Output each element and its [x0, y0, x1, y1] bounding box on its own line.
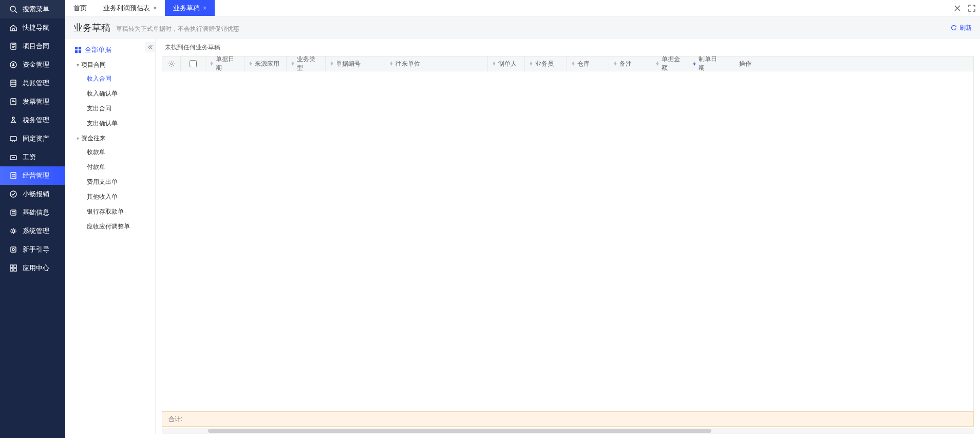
refresh-label: 刷新: [959, 24, 972, 32]
sort-icon: ▲▼: [613, 62, 617, 66]
tab-close-icon[interactable]: ×: [203, 5, 206, 12]
svg-rect-6: [10, 137, 16, 141]
secondary-nav-title[interactable]: 全部单据: [69, 42, 155, 58]
sidebar-item-search[interactable]: 搜索菜单: [0, 0, 65, 18]
sidebar-item-money[interactable]: 资金管理: [0, 55, 65, 74]
col-header-2[interactable]: ▲▼业务类型: [287, 56, 326, 71]
col-header-11[interactable]: 操作: [725, 56, 765, 71]
horizontal-scrollbar[interactable]: [162, 428, 974, 434]
secnav-item-0-2[interactable]: 支出合同: [69, 101, 155, 116]
reimb-icon: [9, 190, 17, 198]
secnav-group-0[interactable]: ▾项目合同: [69, 58, 155, 71]
sidebar-item-reimb[interactable]: 小畅报销: [0, 185, 65, 203]
asset-icon: [9, 135, 17, 143]
sidebar-item-ledger[interactable]: 总账管理: [0, 74, 65, 92]
col-header-7[interactable]: ▲▼仓库: [567, 56, 609, 71]
select-all-checkbox[interactable]: [190, 60, 197, 67]
apps-icon: [9, 264, 17, 272]
table-area: 未找到任何业务草稿 ▲▼单据日期▲▼来源应用▲▼业务类型▲▼单据编号▲▼往来单位…: [156, 39, 974, 434]
svg-rect-14: [10, 265, 13, 268]
svg-rect-8: [11, 173, 16, 179]
close-icon[interactable]: [953, 4, 962, 12]
sidebar-item-label: 资金管理: [23, 60, 49, 69]
col-header-label: 制单人: [498, 60, 517, 68]
refresh-button[interactable]: 刷新: [950, 24, 972, 32]
col-header-label: 单据日期: [216, 55, 240, 72]
secnav-item-1-1[interactable]: 付款单: [69, 160, 155, 175]
secnav-item-1-4[interactable]: 银行存取款单: [69, 204, 155, 219]
secnav-item-0-0[interactable]: 收入合同: [69, 71, 155, 86]
sidebar-item-label: 固定资产: [23, 134, 49, 143]
col-header-label: 往来单位: [395, 60, 420, 68]
sidebar-item-label: 快捷导航: [23, 23, 49, 32]
secnav-item-1-5[interactable]: 应收应付调整单: [69, 219, 155, 234]
sort-icon: ▲▼: [655, 62, 659, 66]
tab-2[interactable]: 业务草稿×: [165, 0, 215, 16]
sidebar-item-home[interactable]: 快捷导航: [0, 18, 65, 37]
sidebar-item-label: 税务管理: [23, 116, 49, 125]
col-header-label: 备注: [619, 60, 632, 68]
tab-0[interactable]: 首页: [65, 0, 95, 16]
col-header-label: 业务员: [535, 60, 554, 68]
tax-icon: [9, 116, 17, 124]
col-header-6[interactable]: ▲▼业务员: [525, 56, 567, 71]
sidebar-item-apps[interactable]: 应用中心: [0, 259, 65, 277]
ledger-icon: [9, 79, 17, 87]
col-header-10[interactable]: ▲▼制单日期: [688, 56, 725, 71]
col-header-1[interactable]: ▲▼来源应用: [244, 56, 287, 71]
col-header-8[interactable]: ▲▼备注: [609, 56, 651, 71]
table-body: [162, 71, 974, 411]
main: 首页业务利润预估表×业务草稿× 业务草稿 草稿转为正式单据时，不会执行满赠促销优…: [65, 0, 980, 438]
secondary-nav: 全部单据 ▾项目合同收入合同收入确认单支出合同支出确认单▾资金往来收款单付款单费…: [69, 39, 156, 434]
col-header-label: 来源应用: [255, 60, 279, 68]
tab-label: 首页: [73, 4, 87, 13]
sidebar-item-ops[interactable]: 经营管理: [0, 166, 65, 185]
sidebar-item-info[interactable]: 基础信息: [0, 203, 65, 222]
sidebar-item-asset[interactable]: 固定资产: [0, 129, 65, 148]
sidebar-item-label: 总账管理: [23, 79, 49, 88]
collapse-panel-button[interactable]: [145, 42, 155, 52]
page-header: 业务草稿 草稿转为正式单据时，不会执行满赠促销优惠 刷新: [65, 16, 980, 39]
secnav-item-1-3[interactable]: 其他收入单: [69, 189, 155, 204]
svg-rect-16: [10, 269, 13, 271]
sidebar-item-invoice[interactable]: 发票管理: [0, 92, 65, 111]
sidebar-item-label: 小畅报销: [23, 189, 49, 199]
info-icon: [9, 208, 17, 217]
secnav-item-1-0[interactable]: 收款单: [69, 145, 155, 160]
svg-point-9: [10, 191, 16, 197]
sidebar-item-guide[interactable]: 新手引导: [0, 240, 65, 259]
tab-1[interactable]: 业务利润预估表×: [95, 0, 165, 16]
invoice-icon: [9, 98, 17, 106]
secnav-item-1-2[interactable]: 费用支出单: [69, 175, 155, 189]
col-header-4[interactable]: ▲▼往来单位: [385, 56, 488, 71]
secnav-item-0-3[interactable]: 支出确认单: [69, 116, 155, 131]
salary-icon: [9, 153, 17, 161]
tab-close-icon[interactable]: ×: [153, 5, 157, 12]
col-header-5[interactable]: ▲▼制单人: [488, 56, 525, 71]
sidebar-item-doc[interactable]: 项目合同: [0, 37, 65, 55]
table-settings-button[interactable]: [162, 56, 181, 71]
col-header-3[interactable]: ▲▼单据编号: [326, 56, 385, 71]
fullscreen-icon[interactable]: [968, 4, 976, 12]
empty-message: 未找到任何业务草稿: [162, 39, 974, 56]
sidebar-item-salary[interactable]: 工资: [0, 148, 65, 166]
gear-icon: [9, 227, 17, 235]
tab-label: 业务利润预估表: [103, 4, 150, 13]
money-icon: [9, 61, 17, 69]
secnav-group-1[interactable]: ▾资金往来: [69, 131, 155, 145]
col-header-label: 单据编号: [336, 60, 361, 68]
sort-icon: ▲▼: [291, 62, 295, 66]
svg-point-5: [12, 117, 14, 119]
table-footer-label: 合计:: [168, 415, 182, 424]
sidebar-item-label: 基础信息: [23, 208, 49, 217]
secnav-item-0-1[interactable]: 收入确认单: [69, 86, 155, 101]
col-header-9[interactable]: ▲▼单据金额: [651, 56, 688, 71]
sidebar-item-gear[interactable]: 系统管理: [0, 222, 65, 240]
tab-label: 业务草稿: [173, 4, 200, 13]
secnav-group-label: 资金往来: [81, 134, 106, 143]
scrollbar-thumb[interactable]: [208, 429, 711, 433]
sidebar-item-tax[interactable]: 税务管理: [0, 111, 65, 129]
sort-icon: ▲▼: [571, 62, 575, 66]
sidebar-item-label: 搜索菜单: [23, 5, 49, 14]
col-header-0[interactable]: ▲▼单据日期: [205, 56, 244, 71]
